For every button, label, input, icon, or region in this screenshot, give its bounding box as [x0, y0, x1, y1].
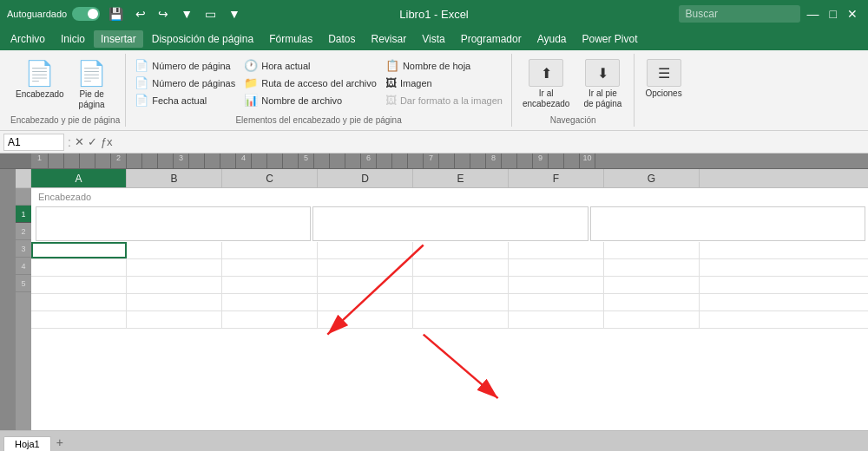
- menu-formulas[interactable]: Fórmulas: [262, 30, 319, 48]
- group-label-opciones: [640, 123, 687, 125]
- cancel-formula-icon[interactable]: ✕: [75, 135, 84, 148]
- cell-c4[interactable]: [222, 294, 318, 310]
- close-button[interactable]: ✕: [844, 5, 861, 23]
- cell-d3[interactable]: [318, 277, 413, 293]
- cell-f4[interactable]: [509, 294, 604, 310]
- cell-d2[interactable]: [318, 259, 413, 276]
- cell-g5[interactable]: [604, 311, 700, 328]
- undo-button[interactable]: ↩: [132, 5, 149, 23]
- menu-insertar[interactable]: Insertar: [94, 30, 143, 48]
- menu-disposicion[interactable]: Disposición de página: [145, 30, 260, 48]
- ribbon: 📄 Encabezado 📄 Pie depágina Encabezado y…: [0, 50, 868, 131]
- fecha-actual-button[interactable]: 📄 Fecha actual: [131, 92, 239, 108]
- cell-a1[interactable]: [31, 242, 127, 258]
- header-cell-right[interactable]: [590, 206, 865, 241]
- cell-f2[interactable]: [509, 259, 604, 276]
- cell-e2[interactable]: [413, 259, 509, 276]
- cell-c2[interactable]: [222, 259, 318, 276]
- cell-e4[interactable]: [413, 294, 509, 310]
- group-label-elements: Elementos del encabezado y pie de página: [131, 114, 506, 125]
- cell-e1[interactable]: [413, 242, 509, 258]
- ruta-icon: 📁: [244, 76, 258, 89]
- quick-access-button[interactable]: ▼: [177, 5, 196, 23]
- nav-buttons: ⬆ Ir alencabezado ⬇ Ir al piede página: [517, 56, 629, 114]
- confirm-formula-icon[interactable]: ✓: [88, 135, 97, 148]
- nombre-archivo-button[interactable]: 📊 Nombre de archivo: [240, 92, 380, 108]
- formula-input[interactable]: [115, 134, 865, 150]
- cell-d5[interactable]: [318, 311, 413, 328]
- menu-revisar[interactable]: Revisar: [365, 30, 414, 48]
- ruta-acceso-button[interactable]: 📁 Ruta de acceso del archivo: [240, 75, 380, 91]
- cell-f5[interactable]: [509, 311, 604, 328]
- col-header-f[interactable]: F: [509, 169, 604, 187]
- cell-c3[interactable]: [222, 277, 318, 293]
- cell-g3[interactable]: [604, 277, 700, 293]
- cell-e5[interactable]: [413, 311, 509, 328]
- cell-d4[interactable]: [318, 294, 413, 310]
- cell-a3[interactable]: [31, 277, 127, 293]
- col-header-d[interactable]: D: [318, 169, 413, 187]
- maximize-button[interactable]: □: [826, 5, 840, 23]
- cell-g1[interactable]: [604, 242, 700, 258]
- ir-encabezado-button[interactable]: ⬆ Ir alencabezado: [517, 56, 575, 113]
- cell-b5[interactable]: [127, 311, 222, 328]
- cell-f1[interactable]: [509, 242, 604, 258]
- minimize-button[interactable]: —: [804, 5, 823, 23]
- col-header-c[interactable]: C: [222, 169, 318, 187]
- menu-inicio[interactable]: Inicio: [54, 30, 92, 48]
- ir-pie-button[interactable]: ⬇ Ir al piede página: [576, 56, 628, 113]
- ruler-mark: [408, 154, 424, 168]
- col-header-a[interactable]: A: [31, 169, 127, 187]
- numero-pagina-button[interactable]: 📄 Número de página: [131, 57, 239, 74]
- header-cell-left[interactable]: [36, 206, 311, 241]
- encabezado-button[interactable]: 📄 Encabezado: [10, 56, 69, 103]
- cell-c1[interactable]: [222, 242, 318, 258]
- col-header-b[interactable]: B: [127, 169, 222, 187]
- page-header-label: Encabezado: [31, 188, 868, 206]
- cell-b1[interactable]: [127, 242, 222, 258]
- imagen-button[interactable]: 🖼 Imagen: [382, 75, 506, 91]
- menu-powerpivot[interactable]: Power Pivot: [575, 30, 645, 48]
- row-num-3: 3: [16, 240, 31, 258]
- col-header-e[interactable]: E: [413, 169, 509, 187]
- cell-g2[interactable]: [604, 259, 700, 276]
- header-cell-center[interactable]: [312, 206, 588, 241]
- cell-e3[interactable]: [413, 277, 509, 293]
- cell-b4[interactable]: [127, 294, 222, 310]
- menu-vista[interactable]: Vista: [415, 30, 451, 48]
- opciones-button[interactable]: ☰ Opciones: [640, 56, 687, 101]
- menu-programador[interactable]: Programador: [454, 30, 529, 48]
- cell-reference-box[interactable]: [3, 134, 64, 151]
- cell-d1[interactable]: [318, 242, 413, 258]
- pie-pagina-button[interactable]: 📄 Pie depágina: [71, 56, 113, 114]
- add-sheet-button[interactable]: +: [51, 434, 69, 451]
- cell-a4[interactable]: [31, 294, 127, 310]
- cell-a5[interactable]: [31, 311, 127, 328]
- insert-function-icon[interactable]: ƒx: [101, 135, 113, 148]
- ruler-mark: 7: [424, 154, 439, 168]
- numero-paginas-button[interactable]: 📄 Número de páginas: [131, 75, 239, 91]
- row-num-1: 1: [16, 206, 31, 223]
- menu-archivo[interactable]: Archivo: [3, 30, 52, 48]
- cell-b2[interactable]: [127, 259, 222, 276]
- redo-button[interactable]: ↪: [155, 5, 172, 23]
- search-input[interactable]: [679, 5, 800, 23]
- cell-g4[interactable]: [604, 294, 700, 310]
- menu-ayuda[interactable]: Ayuda: [530, 30, 574, 48]
- cell-b3[interactable]: [127, 277, 222, 293]
- autosave-toggle[interactable]: [72, 7, 100, 21]
- ribbon-layout-button[interactable]: ▭: [201, 5, 220, 23]
- ruler-mark: [49, 154, 64, 168]
- sheet-tab-1[interactable]: Hoja1: [3, 436, 51, 451]
- hora-actual-button[interactable]: 🕐 Hora actual: [240, 57, 380, 74]
- ruler-corner: [16, 154, 31, 168]
- save-button[interactable]: 💾: [105, 5, 127, 23]
- col-header-g[interactable]: G: [604, 169, 700, 187]
- cell-a2[interactable]: [31, 259, 127, 276]
- menu-datos[interactable]: Datos: [321, 30, 362, 48]
- cell-c5[interactable]: [222, 311, 318, 328]
- cell-f3[interactable]: [509, 277, 604, 293]
- nombre-hoja-button[interactable]: 📋 Nombre de hoja: [382, 57, 506, 74]
- elements-col1: 📄 Número de página 📄 Número de páginas 📄…: [131, 56, 239, 108]
- more-button[interactable]: ▼: [225, 5, 244, 23]
